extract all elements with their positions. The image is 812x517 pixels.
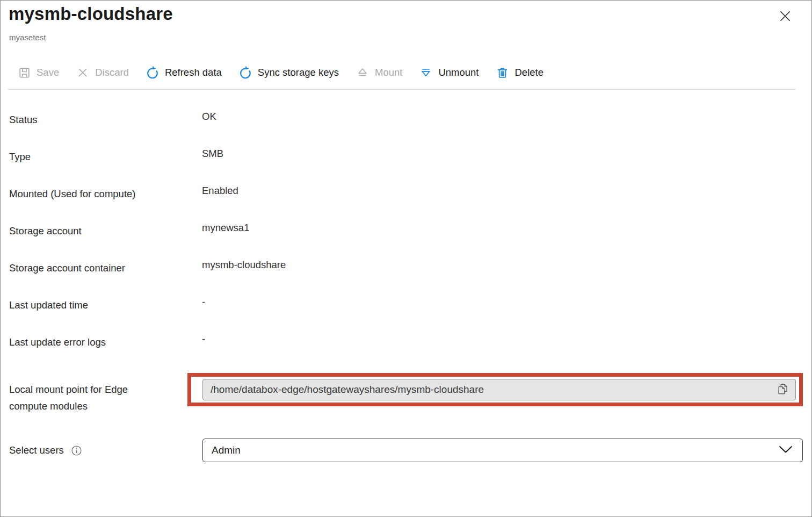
copy-icon [776,383,789,397]
field-label: Storage account container [9,262,202,275]
discard-icon [76,66,89,79]
unmount-button[interactable]: Unmount [419,66,479,79]
sync-storage-keys-label: Sync storage keys [258,67,339,78]
field-value: - [202,296,205,308]
field-row-status: Status OK [9,113,803,150]
field-row-last-update-error-logs: Last update error logs - [9,336,803,373]
close-button[interactable] [776,8,794,26]
field-label: Storage account [9,225,202,238]
mount-button[interactable]: Mount [356,66,402,79]
select-users-label-group: Select users [9,444,202,456]
copy-button[interactable] [771,380,794,399]
field-row-storage-account-container: Storage account container mysmb-cloudsha… [9,262,803,299]
field-row-local-mount-point: Local mount point for Edge compute modul… [9,373,803,414]
delete-icon [496,66,509,79]
toolbar-divider [8,89,795,90]
share-details-pane: mysmb-cloudshare myasetest Save Discard [0,0,812,517]
field-value: OK [202,111,216,123]
unmount-label: Unmount [438,67,479,78]
sync-storage-keys-button[interactable]: Sync storage keys [239,66,339,79]
select-users-value: Admin [212,444,241,456]
annotation-highlight-box [187,373,803,406]
toolbar: Save Discard Refresh data [1,61,811,84]
save-icon [18,66,31,79]
field-row-last-updated-time: Last updated time - [9,299,803,336]
field-value: - [202,333,205,345]
page-subtitle: myasetest [9,33,46,42]
select-users-dropdown[interactable]: Admin [202,439,803,462]
mount-label: Mount [375,67,402,78]
mount-point-input[interactable] [202,379,796,400]
info-icon[interactable] [71,445,82,456]
mount-point-label: Local mount point for Edge compute modul… [9,373,187,414]
close-icon [778,9,792,25]
select-users-label: Select users [9,444,64,456]
field-value: Enabled [202,185,238,197]
chevron-down-icon [779,444,793,456]
unmount-icon [419,66,432,79]
field-row-type: Type SMB [9,150,803,188]
share-properties: Status OK Type SMB Mounted (Used for com… [1,90,811,516]
refresh-icon [146,66,159,79]
refresh-data-button[interactable]: Refresh data [146,66,222,79]
field-row-mounted: Mounted (Used for compute) Enabled [9,188,803,225]
mount-icon [356,66,369,79]
field-value: mynewsa1 [202,222,249,234]
field-label: Last updated time [9,299,202,312]
save-label: Save [37,67,59,78]
field-row-storage-account: Storage account mynewsa1 [9,225,803,262]
sync-icon [239,66,252,79]
field-label: Type [9,150,202,163]
field-value: mysmb-cloudshare [202,259,286,271]
delete-button[interactable]: Delete [496,66,543,79]
field-label: Status [9,113,202,126]
page-title: mysmb-cloudshare [9,4,173,24]
save-button[interactable]: Save [18,66,59,79]
discard-button[interactable]: Discard [76,66,129,79]
delete-label: Delete [514,67,543,78]
field-label: Last update error logs [9,336,202,349]
mount-point-field [202,379,796,400]
refresh-data-label: Refresh data [165,67,222,78]
field-label: Mounted (Used for compute) [9,188,202,200]
field-value: SMB [202,148,223,160]
field-row-select-users: Select users Admin [9,439,803,462]
discard-label: Discard [95,67,129,78]
